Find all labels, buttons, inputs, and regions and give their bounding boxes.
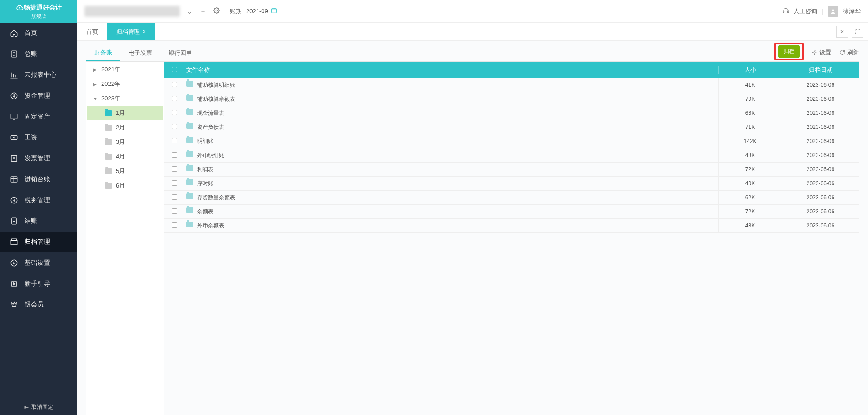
sub-tab[interactable]: 财务账	[86, 45, 120, 61]
table-row[interactable]: 外币明细账48K2023-06-06	[164, 148, 859, 163]
file-date: 2023-06-06	[782, 148, 859, 162]
row-checkbox[interactable]	[172, 110, 177, 115]
nav-invoice[interactable]: 发票管理	[0, 148, 77, 169]
svg-point-12	[216, 10, 218, 11]
row-checkbox[interactable]	[172, 222, 177, 228]
calendar-icon[interactable]	[271, 7, 277, 15]
invoice-icon	[10, 154, 18, 163]
table-row[interactable]: 利润表72K2023-06-06	[164, 163, 859, 177]
row-checkbox[interactable]	[172, 96, 177, 101]
page-tab[interactable]: 归档管理×	[107, 23, 155, 40]
archive-highlight: 归档	[774, 43, 804, 60]
row-checkbox[interactable]	[172, 138, 177, 143]
unpin-icon: ⇤	[24, 404, 29, 410]
tax-icon	[10, 196, 18, 204]
unpin-button[interactable]: ⇤ 取消固定	[0, 399, 77, 415]
nav-ledger[interactable]: 总账	[0, 44, 77, 64]
nav-tax[interactable]: 税务管理	[0, 190, 77, 211]
table-row[interactable]: 明细账142K2023-06-06	[164, 134, 859, 148]
consult-link[interactable]: 人工咨询	[794, 7, 817, 15]
nav-archive[interactable]: 归档管理	[0, 232, 77, 252]
table-row[interactable]: 存货数量余额表62K2023-06-06	[164, 191, 859, 205]
tree-month[interactable]: 3月	[87, 135, 163, 149]
table-row[interactable]: 余额表72K2023-06-06	[164, 205, 859, 219]
headset-icon[interactable]	[783, 7, 789, 15]
table-row[interactable]: 辅助核算余额表79K2023-06-06	[164, 92, 859, 106]
file-size: 66K	[718, 106, 782, 120]
row-checkbox[interactable]	[172, 82, 177, 87]
nav-basic[interactable]: 基础设置	[0, 252, 77, 273]
row-checkbox[interactable]	[172, 208, 177, 214]
folder-icon	[186, 151, 193, 157]
table-row[interactable]: 外币余额表48K2023-06-06	[164, 219, 859, 233]
settings-link[interactable]: 设置	[812, 49, 831, 57]
table-row[interactable]: 现金流量表66K2023-06-06	[164, 106, 859, 120]
page-tab[interactable]: 首页	[77, 23, 107, 40]
tree-year[interactable]: ▶2021年	[87, 62, 163, 77]
svg-rect-6	[11, 177, 17, 182]
tree-month[interactable]: 2月	[87, 120, 163, 135]
avatar[interactable]	[828, 6, 838, 17]
folder-icon	[105, 110, 112, 116]
folder-icon	[186, 109, 193, 115]
page-tabs: 首页归档管理× ✕ ⛶	[77, 23, 868, 41]
select-all-checkbox[interactable]	[172, 67, 177, 72]
table-row[interactable]: 序时账40K2023-06-06	[164, 177, 859, 191]
nav-home[interactable]: 首页	[0, 23, 77, 44]
sub-tab[interactable]: 电子发票	[120, 45, 160, 61]
tree-month[interactable]: 6月	[87, 178, 163, 193]
row-checkbox[interactable]	[172, 152, 177, 158]
row-checkbox[interactable]	[172, 194, 177, 200]
sidebar: 畅捷通好会计 旗舰版 首页总账云报表中心资金管理固定资产工资发票管理进销台账税务…	[0, 0, 77, 415]
period-value[interactable]: 2021-09	[246, 8, 268, 15]
asset-icon	[10, 113, 18, 121]
archive-button[interactable]: 归档	[778, 45, 800, 58]
dropdown-icon[interactable]: ⌄	[187, 8, 193, 15]
svg-rect-15	[787, 11, 788, 13]
sub-tab[interactable]: 银行回单	[160, 45, 200, 61]
tree-month[interactable]: 1月	[87, 106, 163, 120]
file-name: 辅助核算余额表	[197, 96, 235, 102]
svg-rect-3	[11, 136, 17, 140]
close-icon[interactable]: ×	[143, 29, 146, 35]
nav-salary[interactable]: 工资	[0, 127, 77, 148]
nav-closing[interactable]: 结账	[0, 211, 77, 232]
gear-icon[interactable]	[213, 7, 220, 15]
file-date: 2023-06-06	[782, 78, 859, 92]
file-date: 2023-06-06	[782, 106, 859, 120]
org-selector[interactable]	[84, 6, 180, 17]
nav-report[interactable]: 云报表中心	[0, 64, 77, 85]
col-name: 文件名称	[184, 66, 718, 74]
file-name: 辅助核算明细账	[197, 82, 235, 88]
file-name: 外币余额表	[197, 222, 224, 229]
report-icon	[10, 71, 18, 79]
logo: 畅捷通好会计 旗舰版	[0, 0, 77, 23]
fullscreen-button[interactable]: ⛶	[852, 26, 863, 38]
tree-month[interactable]: 5月	[87, 164, 163, 178]
file-name: 明细账	[197, 138, 213, 144]
nav-fund[interactable]: 资金管理	[0, 85, 77, 106]
add-icon[interactable]: ＋	[200, 7, 206, 15]
folder-icon	[105, 183, 112, 189]
nav-vip[interactable]: 畅会员	[0, 294, 77, 315]
table-row[interactable]: 辅助核算明细账41K2023-06-06	[164, 78, 859, 92]
row-checkbox[interactable]	[172, 166, 177, 172]
close-tab-button[interactable]: ✕	[836, 26, 848, 38]
refresh-link[interactable]: 刷新	[839, 49, 859, 57]
user-name[interactable]: 徐泽华	[843, 7, 861, 15]
nav-guide[interactable]: 新手引导	[0, 273, 77, 294]
folder-icon	[186, 179, 193, 185]
file-size: 71K	[718, 120, 782, 134]
row-checkbox[interactable]	[172, 180, 177, 186]
tree-year[interactable]: ▼2023年	[87, 91, 163, 106]
folder-icon	[186, 81, 193, 87]
row-checkbox[interactable]	[172, 124, 177, 129]
file-date: 2023-06-06	[782, 191, 859, 204]
nav-asset[interactable]: 固定资产	[0, 106, 77, 127]
tree-year[interactable]: ▶2022年	[87, 77, 163, 91]
table-row[interactable]: 资产负债表71K2023-06-06	[164, 120, 859, 134]
tree-month[interactable]: 4月	[87, 149, 163, 164]
nav-inout[interactable]: 进销台账	[0, 169, 77, 190]
file-name: 利润表	[197, 166, 213, 173]
folder-icon	[186, 222, 193, 227]
